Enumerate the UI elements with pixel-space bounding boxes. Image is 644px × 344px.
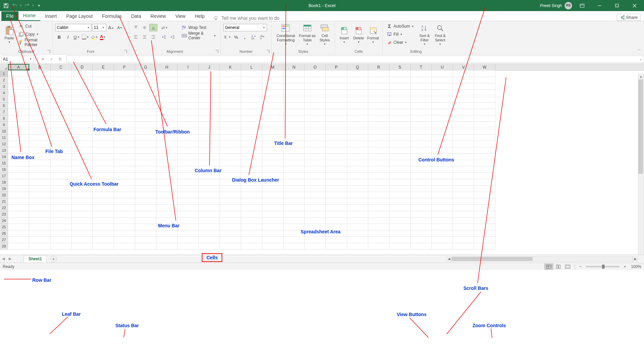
cell[interactable]	[347, 224, 368, 230]
close-button[interactable]	[627, 0, 642, 11]
cell[interactable]	[72, 160, 93, 166]
cell[interactable]	[474, 90, 495, 96]
vscroll-thumb[interactable]	[638, 80, 643, 174]
cell[interactable]	[29, 179, 50, 186]
cell[interactable]	[326, 141, 347, 147]
row-header-26[interactable]: 26	[0, 230, 8, 237]
sheet-tab-sheet1[interactable]: Sheet1	[24, 255, 47, 262]
cell[interactable]	[29, 90, 50, 96]
cell[interactable]	[411, 211, 432, 218]
cell[interactable]	[135, 109, 156, 115]
cell[interactable]	[72, 237, 93, 243]
cell[interactable]	[50, 186, 72, 192]
cell[interactable]	[156, 166, 178, 173]
cell[interactable]	[8, 160, 29, 166]
underline-button[interactable]: U▼	[73, 33, 81, 41]
cell[interactable]	[283, 135, 305, 141]
cell[interactable]	[8, 128, 29, 135]
cell[interactable]	[220, 96, 241, 103]
cell[interactable]	[29, 154, 50, 160]
cell[interactable]	[411, 205, 432, 211]
cell[interactable]	[305, 135, 326, 141]
cell[interactable]	[178, 96, 199, 103]
cell[interactable]	[29, 205, 50, 211]
cell[interactable]	[220, 135, 241, 141]
cell[interactable]	[262, 135, 283, 141]
cell[interactable]	[135, 71, 156, 77]
cell[interactable]	[241, 218, 262, 224]
cell[interactable]	[178, 198, 199, 205]
cell[interactable]	[220, 198, 241, 205]
cell[interactable]	[29, 230, 50, 237]
cell[interactable]	[72, 109, 93, 115]
cell[interactable]	[389, 83, 411, 90]
horizontal-scrollbar[interactable]: ◀ ▶	[446, 256, 638, 262]
cell[interactable]	[389, 166, 411, 173]
cell[interactable]	[50, 77, 72, 83]
column-header-S[interactable]: S	[389, 64, 411, 71]
cell[interactable]	[347, 186, 368, 192]
cell[interactable]	[241, 147, 262, 154]
cell[interactable]	[8, 115, 29, 122]
column-header-U[interactable]: U	[432, 64, 453, 71]
cell[interactable]	[93, 135, 114, 141]
cell[interactable]	[432, 179, 453, 186]
column-header-I[interactable]: I	[178, 64, 199, 71]
cell[interactable]	[347, 115, 368, 122]
cell[interactable]	[474, 154, 495, 160]
cell[interactable]	[220, 109, 241, 115]
cell[interactable]	[474, 141, 495, 147]
cell[interactable]	[135, 103, 156, 109]
cell[interactable]	[326, 173, 347, 179]
cell[interactable]	[93, 211, 114, 218]
cell[interactable]	[283, 141, 305, 147]
cell[interactable]	[72, 90, 93, 96]
cell[interactable]	[156, 71, 178, 77]
cell[interactable]	[389, 135, 411, 141]
cell[interactable]	[305, 243, 326, 250]
cell[interactable]	[453, 154, 474, 160]
cell[interactable]	[156, 122, 178, 128]
cell[interactable]	[262, 211, 283, 218]
cell[interactable]	[389, 192, 411, 198]
cell[interactable]	[241, 77, 262, 83]
cell[interactable]	[326, 83, 347, 90]
alignment-dialog-launcher[interactable]	[215, 49, 220, 53]
cell[interactable]	[178, 186, 199, 192]
tell-me-search[interactable]: Tell me what you want to do	[213, 15, 279, 21]
cell[interactable]	[72, 96, 93, 103]
cell[interactable]	[368, 147, 389, 154]
row-header-4[interactable]: 4	[0, 90, 8, 96]
column-header-C[interactable]: C	[50, 64, 72, 71]
cell[interactable]	[347, 71, 368, 77]
cell[interactable]	[241, 230, 262, 237]
hscroll-thumb[interactable]	[452, 257, 533, 261]
cell[interactable]	[368, 205, 389, 211]
cell[interactable]	[411, 154, 432, 160]
cell[interactable]	[114, 103, 135, 109]
cell[interactable]	[72, 230, 93, 237]
column-header-P[interactable]: P	[326, 64, 347, 71]
cell[interactable]	[8, 96, 29, 103]
cell[interactable]	[156, 230, 178, 237]
cell[interactable]	[178, 179, 199, 186]
cell[interactable]	[8, 141, 29, 147]
cell[interactable]	[178, 192, 199, 198]
cell[interactable]	[178, 166, 199, 173]
cell[interactable]	[93, 103, 114, 109]
cell[interactable]	[389, 186, 411, 192]
cell[interactable]	[305, 103, 326, 109]
cell[interactable]	[283, 109, 305, 115]
tab-help[interactable]: Help	[190, 11, 210, 21]
cell[interactable]	[368, 83, 389, 90]
cell[interactable]	[135, 96, 156, 103]
cell[interactable]	[156, 218, 178, 224]
tab-file[interactable]: File	[1, 11, 18, 21]
cell[interactable]	[199, 230, 220, 237]
cell[interactable]	[368, 166, 389, 173]
fill-color-button[interactable]: ▼	[90, 33, 98, 41]
autosum-button[interactable]: ΣAutoSum▼	[385, 23, 415, 30]
cell[interactable]	[8, 135, 29, 141]
cell[interactable]	[326, 147, 347, 154]
cell[interactable]	[453, 77, 474, 83]
